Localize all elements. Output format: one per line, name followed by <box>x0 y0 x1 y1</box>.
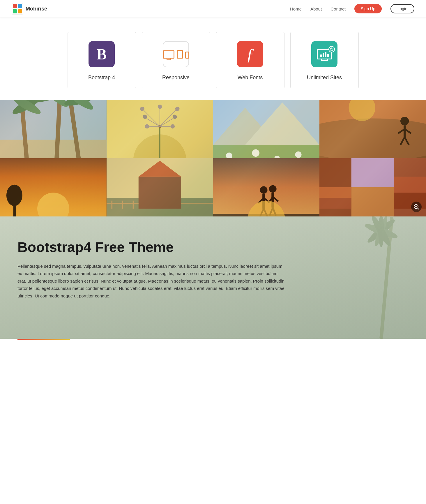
svg-rect-4 <box>18 9 22 13</box>
navbar: Mobirise Home About Contact Sign Up Logi… <box>0 0 426 17</box>
login-button[interactable]: Login <box>390 4 414 13</box>
svg-point-105 <box>378 216 384 247</box>
svg-rect-2 <box>18 4 22 8</box>
responsive-icon <box>163 41 189 67</box>
svg-point-62 <box>6 185 22 206</box>
svg-rect-92 <box>319 187 351 198</box>
photo-cell-6 <box>107 158 213 216</box>
webfonts-icon: ƒ <box>237 41 263 67</box>
feature-title-bootstrap: Bootstrap 4 <box>88 75 115 81</box>
nav-about[interactable]: About <box>310 6 322 11</box>
svg-point-45 <box>295 151 301 158</box>
photo-cell-8 <box>319 158 426 216</box>
feature-card-bootstrap: B Bootstrap 4 <box>68 32 136 88</box>
feature-title-unlimited: Unlimited Sites <box>307 75 342 81</box>
brand-name: Mobirise <box>26 6 47 12</box>
svg-point-32 <box>158 105 162 109</box>
nav-home[interactable]: Home <box>290 6 302 11</box>
svg-point-34 <box>145 124 149 129</box>
svg-rect-94 <box>394 177 426 193</box>
photo-cell-7 <box>213 158 320 216</box>
svg-point-28 <box>143 115 147 119</box>
zoom-icon[interactable] <box>411 202 422 212</box>
signup-button[interactable]: Sign Up <box>354 4 382 13</box>
photo-cell-4 <box>319 100 426 158</box>
photo-cell-5 <box>0 158 107 216</box>
svg-point-26 <box>175 107 180 111</box>
features-section: B Bootstrap 4 Responsive <box>0 17 426 100</box>
svg-point-49 <box>319 118 426 158</box>
brand-link[interactable]: Mobirise <box>12 3 47 15</box>
photo-grid <box>0 100 426 216</box>
feature-title-responsive: Responsive <box>162 75 190 81</box>
svg-point-24 <box>140 107 144 111</box>
nav-links: Home About Contact Sign Up Login <box>290 4 414 13</box>
features-grid: B Bootstrap 4 Responsive <box>68 32 359 88</box>
svg-point-75 <box>260 186 267 194</box>
svg-rect-91 <box>351 158 394 187</box>
svg-rect-66 <box>138 177 181 209</box>
svg-rect-93 <box>319 198 351 209</box>
svg-rect-1 <box>13 4 17 8</box>
photo-cell-3 <box>213 100 320 158</box>
content-heading: Bootstrap4 Free Theme <box>17 240 297 255</box>
nav-contact[interactable]: Contact <box>330 6 346 11</box>
svg-point-81 <box>269 185 277 193</box>
content-body: Pellentesque sed magna tempus, vulputate… <box>17 262 285 300</box>
svg-point-50 <box>400 117 409 125</box>
svg-point-43 <box>252 149 259 157</box>
feature-title-webfonts: Web Fonts <box>238 75 263 81</box>
feature-card-unlimited: Unlimited Sites <box>290 32 359 88</box>
content-inner: Bootstrap4 Free Theme Pellentesque sed m… <box>17 240 297 299</box>
svg-rect-9 <box>0 140 107 158</box>
bootstrap-icon: B <box>89 41 115 67</box>
photo-cell-1 <box>0 100 107 158</box>
feature-card-responsive: Responsive <box>142 32 210 88</box>
svg-point-30 <box>173 115 177 119</box>
svg-rect-3 <box>13 9 17 13</box>
mobirise-logo <box>12 3 23 15</box>
svg-line-97 <box>418 208 419 209</box>
content-section: Bootstrap4 Free Theme Pellentesque sed m… <box>0 216 426 339</box>
clock-indicator <box>328 46 335 52</box>
feature-card-webfonts: ƒ Web Fonts <box>216 32 284 88</box>
photo-cell-2 <box>107 100 213 158</box>
unlimited-icon-container <box>311 41 337 67</box>
bottom-divider <box>17 339 70 340</box>
svg-point-36 <box>170 124 175 129</box>
